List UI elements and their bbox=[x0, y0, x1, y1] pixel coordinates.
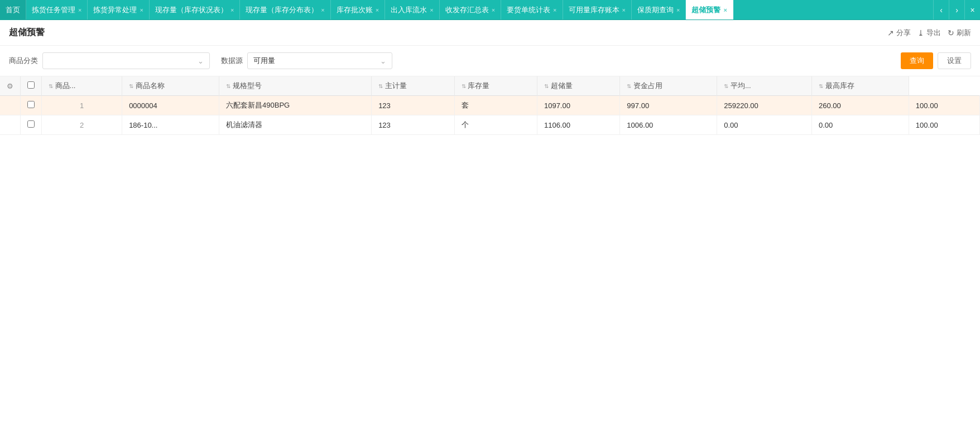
nav-item-stock-status[interactable]: 现存量（库存状况表）× bbox=[150, 0, 240, 20]
row-capital-1: 0.00 bbox=[717, 115, 812, 135]
filter-area: 商品分类 ⌄ 数据源 可用量 ⌄ 查询 设置 bbox=[0, 46, 980, 76]
row-avg-0: 260.00 bbox=[811, 96, 909, 115]
export-button[interactable]: ⤓ 导出 bbox=[917, 28, 941, 38]
select-all-checkbox[interactable] bbox=[27, 81, 35, 89]
col-product-name[interactable]: ⇅ 商品名称 bbox=[122, 76, 219, 96]
col-gear: ⚙ bbox=[0, 76, 21, 96]
row-spec-1: 123 bbox=[372, 115, 454, 135]
refresh-button[interactable]: ↻ 刷新 bbox=[948, 28, 971, 38]
row-overstock-1: 1006.00 bbox=[620, 115, 717, 135]
share-icon: ↗ bbox=[887, 28, 894, 37]
table-row: 1 0000004 六配套新昌490BPG 123 套 1097.00 997.… bbox=[0, 96, 980, 115]
nav-item-batch[interactable]: 库存批次账× bbox=[331, 0, 385, 20]
row-product-name-0: 六配套新昌490BPG bbox=[219, 96, 372, 115]
nav-item-abnormal[interactable]: 拣货异常处理× bbox=[88, 0, 149, 20]
category-label: 商品分类 bbox=[9, 56, 38, 66]
page-title: 超储预警 bbox=[9, 27, 45, 38]
row-unit-0: 套 bbox=[454, 96, 537, 115]
row-unit-1: 个 bbox=[454, 115, 537, 135]
table-row: 2 186-10... 机油滤清器 123 个 1106.00 1006.00 … bbox=[0, 115, 980, 135]
row-max-stock-1: 100.00 bbox=[909, 115, 979, 135]
nav-arrows: ‹ › × bbox=[933, 0, 980, 20]
row-avg-1: 0.00 bbox=[811, 115, 909, 135]
row-product-code-1: 186-10... bbox=[122, 115, 219, 135]
nav-close-order-stats[interactable]: × bbox=[553, 7, 556, 13]
nav-left-arrow[interactable]: ‹ bbox=[933, 0, 949, 20]
nav-close-stock-dist[interactable]: × bbox=[321, 7, 324, 13]
nav-item-home[interactable]: 首页 bbox=[0, 0, 26, 20]
header-actions: ↗ 分享 ⤓ 导出 ↻ 刷新 bbox=[887, 28, 971, 38]
col-product-code[interactable]: ⇅ 商品... bbox=[42, 76, 122, 96]
nav-item-order-stats[interactable]: 要货单统计表× bbox=[501, 0, 563, 20]
datasource-value: 可用量 bbox=[253, 56, 275, 66]
gear-icon[interactable]: ⚙ bbox=[7, 82, 13, 90]
nav-close-abnormal[interactable]: × bbox=[140, 7, 143, 13]
row-num-0: 1 bbox=[42, 96, 122, 115]
row-product-code-0: 0000004 bbox=[122, 96, 219, 115]
row-spec-0: 123 bbox=[372, 96, 454, 115]
nav-item-quality[interactable]: 保质期查询× bbox=[632, 0, 686, 20]
nav-close-available[interactable]: × bbox=[622, 7, 626, 13]
page-header: 超储预警 ↗ 分享 ⤓ 导出 ↻ 刷新 bbox=[0, 20, 980, 46]
data-table: ⚙ ⇅ 商品... ⇅ 商品名称 ⇅ 规格型号 bbox=[0, 76, 980, 135]
col-unit[interactable]: ⇅ 主计量 bbox=[372, 76, 454, 96]
nav-item-overstock[interactable]: 超储预警× bbox=[686, 0, 733, 20]
nav-close-overstock[interactable]: × bbox=[723, 7, 727, 13]
export-icon: ⤓ bbox=[917, 28, 924, 37]
sort-icon-max-stock: ⇅ bbox=[819, 83, 823, 89]
row-capital-0: 259220.00 bbox=[717, 96, 812, 115]
nav-close-quality[interactable]: × bbox=[676, 7, 680, 13]
share-button[interactable]: ↗ 分享 bbox=[887, 28, 911, 38]
refresh-icon: ↻ bbox=[948, 28, 954, 37]
row-gear-1 bbox=[0, 115, 21, 135]
col-capital[interactable]: ⇅ 资金占用 bbox=[620, 76, 717, 96]
nav-item-summary[interactable]: 收发存汇总表× bbox=[440, 0, 501, 20]
settings-button[interactable]: 设置 bbox=[938, 52, 971, 69]
datasource-chevron-icon: ⌄ bbox=[380, 57, 386, 65]
nav-close-batch[interactable]: × bbox=[376, 7, 379, 13]
nav-close-summary[interactable]: × bbox=[492, 7, 495, 13]
datasource-filter-group: 数据源 可用量 ⌄ bbox=[221, 52, 392, 69]
col-max-stock[interactable]: ⇅ 最高库存 bbox=[811, 76, 909, 96]
datasource-label: 数据源 bbox=[221, 56, 243, 66]
col-stock[interactable]: ⇅ 库存量 bbox=[454, 76, 537, 96]
query-button[interactable]: 查询 bbox=[901, 52, 933, 69]
col-avg[interactable]: ⇅ 平均... bbox=[717, 76, 812, 96]
category-filter-group: 商品分类 ⌄ bbox=[9, 52, 210, 69]
col-checkbox bbox=[21, 76, 42, 96]
nav-right-arrow[interactable]: › bbox=[949, 0, 964, 20]
filter-actions: 查询 设置 bbox=[901, 52, 971, 69]
col-overstock[interactable]: ⇅ 超储量 bbox=[537, 76, 619, 96]
nav-close-stock-status[interactable]: × bbox=[230, 7, 234, 13]
sort-icon-stock: ⇅ bbox=[462, 83, 466, 89]
row-gear-0 bbox=[0, 96, 21, 115]
category-select[interactable]: ⌄ bbox=[42, 52, 210, 69]
nav-item-stock-dist[interactable]: 现存量（库存分布表）× bbox=[240, 0, 330, 20]
category-chevron-icon: ⌄ bbox=[198, 57, 204, 65]
sort-icon-capital: ⇅ bbox=[627, 83, 631, 89]
row-checkbox-cell-0 bbox=[21, 96, 42, 115]
nav-item-available[interactable]: 可用量库存账本× bbox=[563, 0, 632, 20]
sort-icon-spec: ⇅ bbox=[226, 83, 230, 89]
nav-item-task[interactable]: 拣货任务管理× bbox=[26, 0, 88, 20]
page-content: 超储预警 ↗ 分享 ⤓ 导出 ↻ 刷新 商品分类 ⌄ 数据源 bbox=[0, 20, 980, 446]
top-nav: 首页拣货任务管理×拣货异常处理×现存量（库存状况表）×现存量（库存分布表）×库存… bbox=[0, 0, 980, 20]
row-checkbox-0[interactable] bbox=[27, 101, 35, 108]
col-spec[interactable]: ⇅ 规格型号 bbox=[219, 76, 372, 96]
nav-item-inout[interactable]: 出入库流水× bbox=[385, 0, 439, 20]
datasource-select[interactable]: 可用量 ⌄ bbox=[247, 52, 392, 69]
nav-close-task[interactable]: × bbox=[78, 7, 81, 13]
row-max-stock-0: 100.00 bbox=[909, 96, 979, 115]
table-container: ⚙ ⇅ 商品... ⇅ 商品名称 ⇅ 规格型号 bbox=[0, 76, 980, 135]
sort-icon-product-code: ⇅ bbox=[49, 83, 53, 89]
sort-icon-avg: ⇅ bbox=[724, 83, 728, 89]
row-stock-1: 1106.00 bbox=[537, 115, 619, 135]
sort-icon-product-name: ⇅ bbox=[129, 83, 133, 89]
row-checkbox-cell-1 bbox=[21, 115, 42, 135]
row-overstock-0: 997.00 bbox=[620, 96, 717, 115]
nav-close-arrow[interactable]: × bbox=[964, 0, 980, 20]
nav-close-inout[interactable]: × bbox=[430, 7, 433, 13]
sort-icon-overstock: ⇅ bbox=[544, 83, 549, 89]
row-checkbox-1[interactable] bbox=[27, 120, 35, 128]
sort-icon-unit: ⇅ bbox=[378, 83, 383, 89]
